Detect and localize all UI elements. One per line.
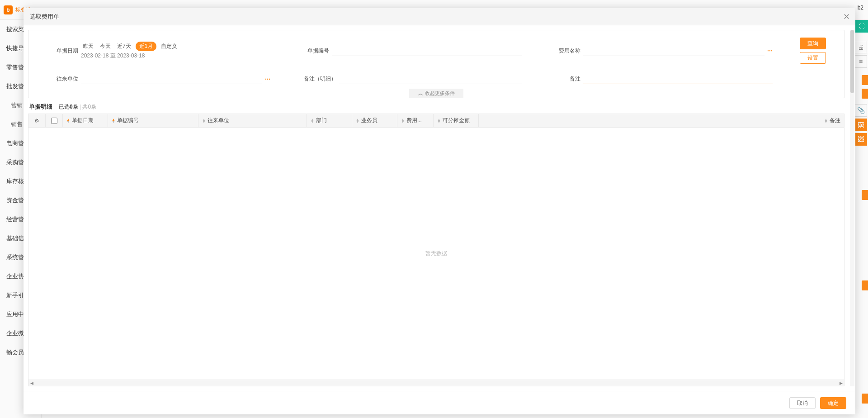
chevron-up-icon: ︽: [418, 90, 423, 97]
preset-last7[interactable]: 近7天: [115, 42, 133, 51]
filter-date-label: 单据日期: [47, 47, 78, 55]
filter-actions: 查询 设置: [800, 38, 826, 64]
column-settings[interactable]: ⚙: [28, 114, 46, 127]
table-body-empty: 暂无数据: [28, 128, 844, 380]
modal-body: 单据日期 昨天 今天 近7天 近1月 自定义 2023-02-18 至 2023…: [24, 25, 855, 391]
col-operator-label: 业务员: [361, 117, 377, 124]
modal-header: 选取费用单 ✕: [24, 8, 855, 25]
filter-partner-label: 往来单位: [47, 75, 78, 83]
ellipsis-icon[interactable]: ⋯: [767, 48, 773, 54]
ok-button[interactable]: 确定: [820, 397, 846, 409]
filter-remark-detail: 备注（明细）: [297, 74, 521, 84]
column-select-all[interactable]: [46, 114, 63, 127]
details-selected: 已选0条 | 共0条: [59, 103, 96, 111]
table-hscroll[interactable]: ◀ ▶: [28, 380, 844, 386]
table-header: ⚙ ▲▼ 单据日期 ▲▼ 单据编号 ▲▼ 往来单位: [28, 114, 844, 128]
col-date-label: 单据日期: [72, 117, 94, 124]
col-docno-label: 单据编号: [117, 117, 139, 124]
column-dept[interactable]: ▲▼ 部门: [307, 114, 352, 127]
query-button[interactable]: 查询: [800, 38, 826, 49]
remark-detail-input[interactable]: [339, 74, 521, 84]
gear-icon: ⚙: [34, 118, 39, 124]
filter-remark: 备注: [549, 74, 773, 84]
column-expense[interactable]: ▲▼ 费用...: [397, 114, 434, 127]
select-all-checkbox[interactable]: [51, 118, 57, 124]
scroll-left-icon[interactable]: ◀: [28, 380, 35, 386]
details-head: 单据明细 已选0条 | 共0条: [28, 98, 844, 114]
filter-expense-name: 费用名称 ⋯: [549, 38, 773, 64]
preset-today[interactable]: 今天: [98, 42, 113, 51]
col-alloc-label: 可分摊金额: [443, 117, 470, 124]
filter-expense-name-label: 费用名称: [549, 47, 580, 55]
column-date[interactable]: ▲▼ 单据日期: [63, 114, 108, 127]
preset-last1m[interactable]: 近1月: [136, 42, 157, 51]
modal-overlay: 选取费用单 ✕ 单据日期 昨天 今天 近7天: [0, 0, 868, 418]
docno-input[interactable]: [332, 46, 521, 56]
cancel-button[interactable]: 取消: [789, 397, 816, 409]
filter-date: 单据日期 昨天 今天 近7天 近1月 自定义 2023-02-18 至 2023…: [47, 38, 270, 64]
empty-text: 暂无数据: [425, 250, 447, 257]
preset-yesterday[interactable]: 昨天: [81, 42, 95, 51]
modal-title: 选取费用单: [30, 13, 59, 21]
filter-remark-detail-label: 备注（明细）: [297, 75, 336, 83]
sel-count: 0: [70, 104, 73, 110]
date-range-text: 2023-02-18 至 2023-03-18: [81, 52, 179, 60]
column-remark[interactable]: ▲▼ 备注: [479, 114, 844, 127]
details-total: 共0条: [82, 104, 96, 110]
column-alloc-amount[interactable]: ▲▼ 可分摊金额: [434, 114, 479, 127]
inner-scrollbar[interactable]: [850, 30, 854, 386]
column-partner[interactable]: ▲▼ 往来单位: [198, 114, 307, 127]
details-title: 单据明细: [29, 103, 52, 111]
col-dept-label: 部门: [316, 117, 327, 124]
partner-input[interactable]: [81, 74, 262, 84]
remark-input[interactable]: [583, 74, 773, 84]
modal-select-expense: 选取费用单 ✕ 单据日期 昨天 今天 近7天: [24, 8, 855, 414]
filter-docno-label: 单据编号: [297, 47, 329, 55]
filter-docno: 单据编号: [297, 38, 521, 64]
column-operator[interactable]: ▲▼ 业务员: [352, 114, 397, 127]
column-docno[interactable]: ▲▼ 单据编号: [108, 114, 198, 127]
modal-footer: 取消 确定: [24, 391, 855, 414]
col-remark-label: 备注: [830, 117, 840, 124]
sel-prefix: 已选: [59, 104, 70, 110]
collapse-label: 收起更多条件: [425, 90, 455, 97]
expense-name-input[interactable]: [583, 46, 764, 56]
col-partner-label: 往来单位: [208, 117, 229, 124]
settings-button[interactable]: 设置: [800, 52, 826, 64]
filter-card: 单据日期 昨天 今天 近7天 近1月 自定义 2023-02-18 至 2023…: [28, 30, 844, 98]
col-expense-label: 费用...: [406, 117, 422, 124]
scrollbar-thumb[interactable]: [850, 30, 854, 93]
filter-partner: 往来单位 ⋯: [47, 74, 270, 84]
collapse-filters[interactable]: ︽ 收起更多条件: [409, 89, 463, 98]
sel-suffix: 条: [73, 104, 78, 110]
filter-remark-label: 备注: [549, 75, 580, 83]
close-icon[interactable]: ✕: [843, 12, 850, 22]
details-table: ⚙ ▲▼ 单据日期 ▲▼ 单据编号 ▲▼ 往来单位: [28, 114, 844, 386]
preset-custom[interactable]: 自定义: [159, 42, 179, 51]
scroll-right-icon[interactable]: ▶: [838, 380, 844, 386]
ellipsis-icon[interactable]: ⋯: [265, 76, 270, 82]
